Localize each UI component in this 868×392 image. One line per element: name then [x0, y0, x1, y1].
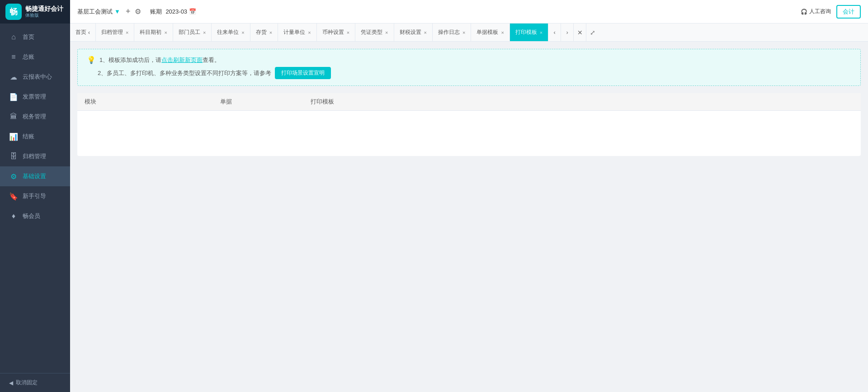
tab-currency-close[interactable]: ×: [347, 30, 349, 35]
tab-prev-button[interactable]: ‹: [548, 24, 561, 42]
tax-icon: 🏛: [9, 112, 18, 121]
table-header: 模块 单据 打印模板: [77, 93, 861, 111]
tab-measure[interactable]: 计量单位 ×: [278, 24, 316, 42]
sidebar-item-vip[interactable]: ♦ 畅会员: [0, 206, 70, 226]
notice-line-2: 2、多员工、多打印机、多种业务类型设置不同打印方案等，请参考 打印场景设置宣明: [87, 67, 851, 79]
company-name: 基层工会测试: [77, 8, 113, 16]
period-value: 2023-03: [165, 8, 187, 15]
tab-contacts[interactable]: 往来单位 ×: [212, 24, 250, 42]
tab-inventory-close[interactable]: ×: [269, 30, 272, 35]
tab-inventory[interactable]: 存货 ×: [250, 24, 278, 42]
tab-subject-init[interactable]: 科目期初 ×: [134, 24, 173, 42]
tab-voucher-close[interactable]: ×: [385, 30, 388, 35]
logo-icon: 畅: [5, 4, 22, 20]
tab-tax-label: 财税设置: [400, 28, 421, 36]
guide-icon: 🔖: [9, 192, 18, 201]
tab-archive-close[interactable]: ×: [126, 30, 128, 35]
tab-measure-label: 计量单位: [283, 28, 305, 36]
col-doc: 单据: [220, 98, 311, 106]
archive-icon: 🗄: [9, 152, 18, 161]
company-dropdown-icon[interactable]: ▼: [114, 8, 120, 15]
sidebar-item-reports[interactable]: ☁ 云报表中心: [0, 67, 70, 87]
sidebar-label-vip: 畅会员: [23, 212, 40, 220]
tab-op-log[interactable]: 操作日志 ×: [433, 24, 471, 42]
tab-archive-mgmt[interactable]: 归档管理 ×: [96, 24, 134, 42]
tab-print-close[interactable]: ×: [540, 30, 542, 35]
notice-refresh-link[interactable]: 点击刷新新页面: [161, 56, 203, 64]
topbar: 基层工会测试 ▼ + ⚙ 账期 2023-03 📅 🎧 人工咨询 会计: [70, 0, 868, 24]
notice-text-1-after: 查看。: [203, 56, 220, 64]
invoice-icon: 📄: [9, 92, 18, 101]
tab-tax-close[interactable]: ×: [424, 30, 427, 35]
sidebar-unpin-button[interactable]: ◀ 取消固定: [0, 373, 70, 392]
table-body: [77, 111, 861, 156]
sidebar-item-invoice[interactable]: 📄 发票管理: [0, 87, 70, 107]
headset-icon: 🎧: [801, 9, 807, 15]
tab-contacts-label: 往来单位: [217, 28, 239, 36]
period-selector[interactable]: 账期 2023-03 📅: [150, 8, 196, 16]
notice-box: 💡 1、模板添加成功后，请 点击刷新新页面 查看。 2、多员工、多打印机、多种业…: [77, 49, 861, 86]
notice-line-1: 💡 1、模板添加成功后，请 点击刷新新页面 查看。: [87, 56, 851, 64]
period-calendar-icon[interactable]: 📅: [189, 8, 196, 15]
tab-expand-button[interactable]: ⤢: [586, 24, 599, 42]
tab-op-label: 操作日志: [438, 28, 460, 36]
tab-op-close[interactable]: ×: [462, 30, 465, 35]
sidebar-item-archive[interactable]: 🗄 归档管理: [0, 146, 70, 166]
sidebar-logo: 畅 畅捷通好会计 体验版: [0, 0, 70, 24]
sidebar-label-archive: 归档管理: [23, 152, 46, 161]
customer-service-button[interactable]: 🎧 人工咨询: [801, 8, 831, 15]
tab-subject-label: 科目期初: [140, 28, 161, 36]
tab-next-button[interactable]: ›: [561, 24, 574, 42]
sidebar-item-home[interactable]: ⌂ 首页: [0, 27, 70, 47]
main-content: 隐藏预置模板设置 💡 1、模板添加成功后，请 点击刷新新页面 查看。 2、多员工…: [70, 42, 868, 392]
sidebar-label-settings: 基础设置: [23, 172, 46, 180]
company-selector[interactable]: 基层工会测试 ▼: [77, 8, 120, 16]
tab-home-label: 首页: [75, 28, 86, 36]
tab-print-template[interactable]: 打印模板 ×: [510, 24, 548, 42]
tab-tax-settings[interactable]: 财税设置 ×: [394, 24, 433, 42]
tab-measure-close[interactable]: ×: [308, 30, 311, 35]
tab-inventory-label: 存货: [256, 28, 267, 36]
tab-currency[interactable]: 币种设置 ×: [317, 24, 355, 42]
notice-text-2: 2、多员工、多打印机、多种业务类型设置不同打印方案等，请参考: [98, 69, 271, 77]
ledger-icon: ≡: [9, 52, 18, 61]
reports-icon: ☁: [9, 72, 18, 81]
tab-dept-label: 部门员工: [179, 28, 200, 36]
add-company-icon[interactable]: +: [126, 7, 131, 16]
sidebar-label-home: 首页: [23, 33, 34, 41]
tab-currency-label: 币种设置: [322, 28, 344, 36]
sidebar-label-reports: 云报表中心: [23, 73, 52, 81]
period-label: 账期: [150, 8, 162, 16]
content-wrapper: 隐藏预置模板设置 💡 1、模板添加成功后，请 点击刷新新页面 查看。 2、多员工…: [77, 49, 861, 156]
tab-contacts-close[interactable]: ×: [241, 30, 244, 35]
tab-home[interactable]: 首页 ‹: [70, 24, 96, 42]
sidebar-label-settle: 结账: [23, 132, 34, 141]
sidebar-label-ledger: 总账: [23, 53, 34, 61]
sidebar-nav: ⌂ 首页 ≡ 总账 ☁ 云报表中心 📄 发票管理 🏛 税务管理 📊 结账 🗄 归…: [0, 24, 70, 373]
tab-subject-close[interactable]: ×: [164, 30, 167, 35]
vip-icon: ♦: [9, 212, 18, 221]
tab-dept-close[interactable]: ×: [203, 30, 206, 35]
sidebar-item-settings[interactable]: ⚙ 基础设置: [0, 166, 70, 186]
account-button[interactable]: 会计: [836, 5, 861, 19]
company-settings-icon[interactable]: ⚙: [135, 7, 141, 16]
tabbar: 首页 ‹ 归档管理 × 科目期初 × 部门员工 × 往来单位 × 存货 × 计量…: [70, 24, 868, 42]
tab-single-close[interactable]: ×: [501, 30, 504, 35]
sidebar-item-tax[interactable]: 🏛 税务管理: [0, 107, 70, 127]
sidebar-item-ledger[interactable]: ≡ 总账: [0, 47, 70, 67]
sidebar-item-settle[interactable]: 📊 结账: [0, 127, 70, 146]
tab-voucher-label: 凭证类型: [361, 28, 382, 36]
sidebar-item-guide[interactable]: 🔖 新手引导: [0, 186, 70, 206]
tab-close-all-button[interactable]: ✕: [574, 24, 586, 42]
notice-bulb-icon: 💡: [87, 56, 96, 64]
sidebar-label-guide: 新手引导: [23, 192, 46, 200]
logo-text: 畅捷通好会计 体验版: [25, 5, 63, 19]
col-module: 模块: [85, 98, 220, 106]
tab-single-template[interactable]: 单据模板 ×: [471, 24, 509, 42]
tab-voucher-type[interactable]: 凭证类型 ×: [355, 24, 394, 42]
home-icon: ⌂: [9, 33, 18, 42]
print-scene-button[interactable]: 打印场景设置宣明: [275, 67, 331, 79]
unpin-icon: ◀: [9, 380, 13, 386]
notice-text-1-before: 1、模板添加成功后，请: [99, 56, 161, 64]
tab-dept-emp[interactable]: 部门员工 ×: [173, 24, 212, 42]
